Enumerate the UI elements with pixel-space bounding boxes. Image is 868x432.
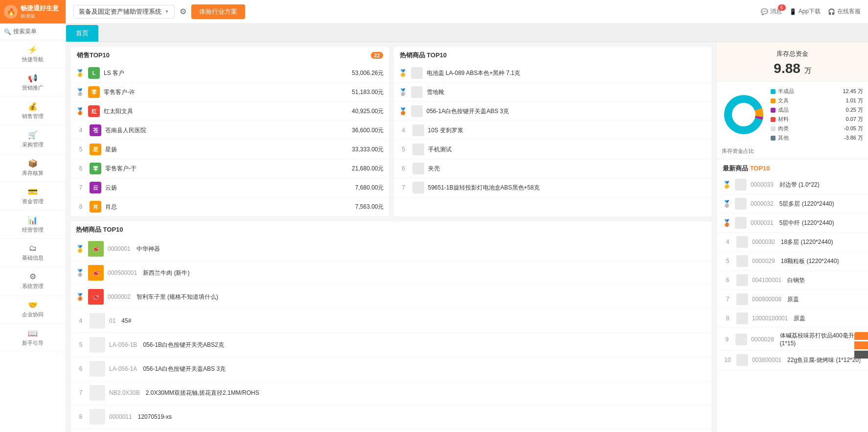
sidebar: 🔥 畅捷通好生意 标准版 🔍 搜索菜单 ⚡ 快捷导航 📢 营销推广 💰 销售管理… [0,0,66,432]
legend-label-4: 材料 [778,116,844,123]
messages-item[interactable]: 💬 消息 6 [761,7,782,16]
np-thumb-2 [735,198,747,210]
system-selector[interactable]: 装备及固定资产辅助管理系统 ▼ [73,5,175,19]
sale-products-header: 热销商品 TOP10 [394,47,712,64]
customer-rank-7[interactable]: 7 云 云扬 7,680.00元 [71,178,389,197]
sidebar-item-kucun[interactable]: 📦 库存核算 [0,154,66,182]
customer-avatar-5: 星 [90,144,101,155]
top-panels: 销售TOP10 22 🥇 L LS 客户 53,006.26元 🥈 [71,47,711,216]
hot-product-5[interactable]: 5 LA-056-1B 056-1B白色按键开关壳ABS2克 [71,333,711,357]
sp-name-4: 10S 变刹罗浆 [428,126,707,135]
new-products-list: 🥇 0000033 封边带 (1.0*22) 🥈 0000032 5层多层 (1… [717,175,868,370]
customer-value-4: 36,600.00元 [352,126,384,135]
sidebar-item-zijin[interactable]: 💳 资金管理 [0,182,66,211]
settings-icon[interactable]: ⚙ [180,7,186,16]
sale-product-4[interactable]: 4 10S 变刹罗浆 [394,121,712,140]
sidebar-item-yingxiao[interactable]: 📢 营销推广 [0,69,66,97]
np-thumb-5 [736,255,748,267]
float-buttons: 客服热线 服务社区 直播 [854,332,868,359]
hp-code-8: 0000011 [109,413,132,420]
new-product-2[interactable]: 🥈 0000032 5层多层 (1220*2440) [717,194,868,214]
sidebar-item-kuaijie[interactable]: ⚡ 快捷导航 [0,40,66,69]
sidebar-item-jingying[interactable]: 📊 经营管理 [0,211,66,239]
new-product-5[interactable]: 5 0000029 18颗粒板 (1220*2440) [717,252,868,271]
legend-value-6: -3.86 万 [844,134,863,142]
customer-rank-8[interactable]: 8 肖 肖总 7,563.00元 [71,197,389,216]
hot-product-3[interactable]: 🥉 🥩 0000002 智利车子里 (规格不知道填什么) [71,285,711,309]
customer-value-2: 51,183.00元 [352,88,384,96]
float-btn-kefu[interactable]: 客服热线 [854,332,868,340]
np-name-8: 原盖 [794,314,805,323]
inventory-unit: 万 [804,67,811,74]
new-product-1[interactable]: 🥇 0000033 封边带 (1.0*22) [717,175,868,194]
content-area: 销售TOP10 22 🥇 L LS 客户 53,006.26元 🥈 [66,42,868,432]
main-area: 装备及固定资产辅助管理系统 ▼ ⚙ 体验行业方案 💬 消息 6 📱 App下载 … [66,0,868,432]
rank-num-6: 6 [76,165,86,172]
hot-product-6[interactable]: 6 LA-056-1A 056-1A白色按键开关盖ABS 3克 [71,357,711,381]
tab-home[interactable]: 首页 [66,25,98,42]
np-thumb-7 [736,293,748,305]
hot-product-4[interactable]: 4 01 45# [71,309,711,333]
new-product-9[interactable]: 9 0000028 体碱荔枝味苏打饮品400毫升 (1*15) [717,328,868,351]
hot-product-7[interactable]: 7 NB2.0X30B 2.0X30MM双搓花轴,搓花直径2.1MM/ROHS [71,381,711,405]
np-name-2: 5层多层 (1220*2440) [779,200,834,208]
new-product-4[interactable]: 4 0000030 18多层 (1220*2440) [717,233,868,252]
np-code-8: 10000100001 [752,315,788,322]
sidebar-search[interactable]: 🔍 搜索菜单 [0,24,66,40]
hp-name-2: 新西兰牛肉 (新牛) [143,269,189,277]
sale-product-1[interactable]: 🥇 电池盖 LA-089 ABS本色+黑种 7.1克 [394,64,712,83]
sidebar-label-xitong: 系统管理 [22,283,44,290]
customer-name-3: 红太阳文具 [104,107,348,116]
jingying-icon: 📊 [28,216,38,225]
top-sale-products-panel: 热销商品 TOP10 🥇 电池盖 LA-089 ABS本色+黑种 7.1克 🥈 … [394,47,712,216]
np-name-6: 白钢垫 [787,276,805,285]
hot-product-9[interactable]: 9 KK-SD22110H 花语萌恒温分隐罐袋 (厚款) [71,429,711,432]
sidebar-search-label: 搜索菜单 [13,27,37,36]
float-btn-service[interactable]: 服务社区 [854,341,868,349]
customer-name-2: 零售客户-许 [104,88,348,96]
sidebar-item-xitong[interactable]: ⚙ 系统管理 [0,267,66,295]
sp-rank-5: 5 [399,146,409,153]
sale-product-6[interactable]: 6 夹壳 [394,159,712,178]
sp-name-3: 056-1A白色按键开关盖ABS 3克 [427,107,707,116]
sidebar-item-xiaoshou[interactable]: 💰 销售管理 [0,97,66,125]
app-download-item[interactable]: 📱 App下载 [789,7,821,16]
sale-product-7[interactable]: 7 59651-1B旋转投影灯电池盒ABS黑色+58克 [394,178,712,197]
customer-avatar-2: 零 [88,86,100,98]
customer-rank-4[interactable]: 4 苍 苍南县人民医院 36,600.00元 [71,121,389,140]
sale-product-5[interactable]: 5 手机测试 [394,140,712,159]
legend-label-5: 肉类 [778,125,842,132]
hp-thumb-4 [90,313,105,329]
sp-name-5: 手机测试 [428,145,707,154]
hot-product-1[interactable]: 🥇 🥩 0000001 中华神器 [71,237,711,261]
sidebar-logo: 🔥 畅捷通好生意 标准版 [0,0,66,24]
new-product-7[interactable]: 7 000800008 原盖 [717,290,868,309]
hot-product-2[interactable]: 🥈 🥩 000500001 新西兰牛肉 (新牛) [71,261,711,285]
np-medal-3: 🥉 [723,219,731,227]
sidebar-item-qiye[interactable]: 🤝 企业协同 [0,295,66,324]
customer-rank-2[interactable]: 🥈 零 零售客户-许 51,183.00元 [71,83,389,102]
np-rank-9: 9 [723,336,731,343]
hot-products-panel: 热销商品 TOP10 🥇 🥩 0000001 中华神器 🥈 🥩 00050000… [71,221,711,432]
sale-product-2[interactable]: 🥈 雪地靴 [394,83,712,102]
new-product-8[interactable]: 8 10000100001 原盖 [717,309,868,328]
sidebar-item-caigou[interactable]: 🛒 采购管理 [0,125,66,154]
hp-thumb-6 [90,361,105,377]
new-product-10[interactable]: 10 003800001 22g鱼豆腐-烧烤味 (1*12*20) [717,351,868,370]
new-product-6[interactable]: 6 004100001 白钢垫 [717,271,868,290]
customer-rank-5[interactable]: 5 星 星扬 33,333.00元 [71,140,389,159]
sidebar-item-jichu[interactable]: 🗂 基础信息 [0,239,66,267]
customer-rank-6[interactable]: 6 零 零售客户-于 21,680.00元 [71,159,389,178]
legend-dot-6 [771,136,776,141]
float-btn-live[interactable]: 直播 [854,351,868,359]
customer-rank-3[interactable]: 🥉 红 红太阳文具 40,925.00元 [71,102,389,121]
sidebar-label-zijin: 资金管理 [22,198,44,205]
trial-button[interactable]: 体验行业方案 [191,4,245,19]
hot-product-8[interactable]: 8 0000011 12070519-xs [71,405,711,429]
sale-product-3[interactable]: 🥉 056-1A白色按键开关盖ABS 3克 [394,102,712,121]
online-service-item[interactable]: 🎧 在线客服 [828,7,861,16]
sidebar-item-xinshou[interactable]: 📖 新手引导 [0,324,66,352]
new-product-3[interactable]: 🥉 0000031 5层中纤 (1220*2440) [717,214,868,233]
customer-rank-1[interactable]: 🥇 L LS 客户 53,006.26元 [71,64,389,83]
kuaijie-icon: ⚡ [28,45,38,54]
